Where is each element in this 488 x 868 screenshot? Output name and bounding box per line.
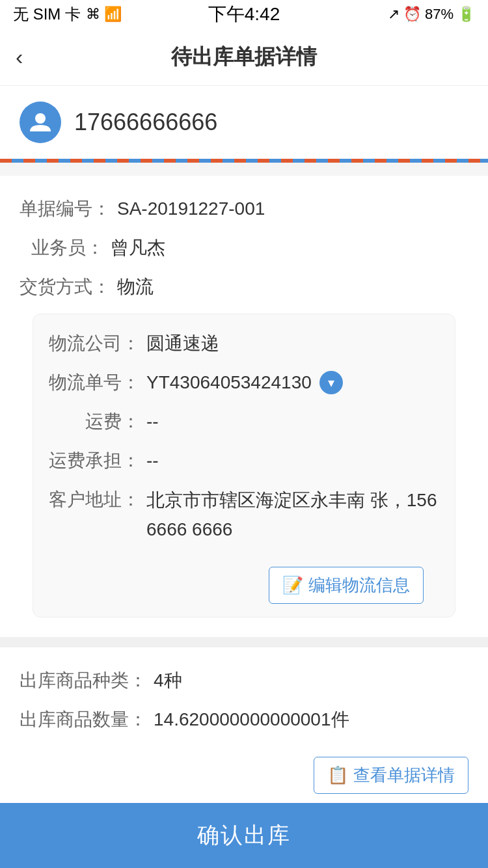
delivery-method-label: 交货方式：	[20, 273, 111, 301]
address-row: 客户地址： 北京市市辖区海淀区永丰南 张，156 6666 6666	[49, 486, 439, 545]
location-marker-icon[interactable]: ▾	[319, 371, 343, 394]
list-icon: 📋	[327, 765, 348, 785]
order-info-section: 单据编号： SA-20191227-001 业务员： 曾凡杰 交货方式： 物流 …	[0, 176, 488, 637]
svg-point-0	[35, 113, 46, 124]
delivery-method-value: 物流	[117, 273, 468, 301]
dashed-divider	[0, 159, 488, 163]
confirm-button[interactable]: 确认出库	[0, 803, 488, 868]
freight-row: 运费： --	[49, 408, 439, 435]
wifi-icon: ⌘ 📶	[86, 6, 122, 23]
logistics-company-row: 物流公司： 圆通速递	[49, 330, 439, 357]
address-label: 客户地址：	[49, 486, 140, 513]
salesperson-value: 曾凡杰	[111, 234, 468, 262]
goods-category-row: 出库商品种类： 4种	[20, 667, 468, 694]
customer-phone: 17666666666	[74, 109, 217, 136]
carrier-label: 无 SIM 卡	[13, 4, 81, 25]
freight-payer-row: 运费承担： --	[49, 447, 439, 474]
freight-payer-label: 运费承担：	[49, 447, 140, 474]
section-separator-1	[0, 637, 488, 647]
battery-icon: 🔋	[457, 6, 475, 23]
logistics-card: 物流公司： 圆通速递 物流单号： YT43064053424130 ▾ 运费： …	[33, 314, 455, 617]
freight-value: --	[146, 408, 439, 435]
edit-icon: 📝	[282, 575, 303, 595]
salesperson-row: 业务员： 曾凡杰	[20, 234, 468, 262]
back-button[interactable]: ‹	[16, 44, 23, 70]
location-icon: ↗	[388, 6, 400, 23]
alarm-icon: ⏰	[403, 6, 421, 23]
goods-category-value: 4种	[154, 667, 468, 694]
status-bar: 无 SIM 卡 ⌘ 📶 下午4:42 ↗ ⏰ 87% 🔋	[0, 0, 488, 29]
nav-bar: ‹ 待出库单据详情	[0, 29, 488, 86]
freight-payer-value: --	[146, 447, 439, 474]
battery-level: 87%	[425, 6, 454, 23]
person-icon	[29, 111, 52, 134]
edit-logistics-button[interactable]: 📝 编辑物流信息	[269, 567, 424, 604]
goods-quantity-label: 出库商品数量：	[20, 706, 147, 733]
confirm-btn-label: 确认出库	[197, 821, 291, 850]
status-left: 无 SIM 卡 ⌘ 📶	[13, 4, 122, 25]
status-right: ↗ ⏰ 87% 🔋	[388, 6, 475, 23]
salesperson-label: 业务员：	[20, 234, 104, 262]
avatar	[20, 102, 61, 143]
view-details-btn-label: 查看单据详情	[353, 764, 455, 787]
order-number-label: 单据编号：	[20, 195, 111, 223]
tracking-no-row: 物流单号： YT43064053424130 ▾	[49, 369, 439, 396]
edit-btn-row: 📝 编辑物流信息	[49, 556, 439, 617]
view-details-button[interactable]: 📋 查看单据详情	[314, 757, 468, 794]
delivery-method-row: 交货方式： 物流	[20, 273, 468, 301]
order-number-value: SA-20191227-001	[117, 195, 468, 223]
goods-quantity-row: 出库商品数量： 14.620000000000001件	[20, 706, 468, 733]
logistics-company-label: 物流公司：	[49, 330, 140, 357]
goods-quantity-value: 14.620000000000001件	[154, 706, 468, 733]
goods-section: 出库商品种类： 4种 出库商品数量： 14.620000000000001件	[0, 647, 488, 746]
edit-btn-label: 编辑物流信息	[308, 574, 410, 597]
tracking-no-value: YT43064053424130 ▾	[146, 369, 439, 396]
tracking-no-label: 物流单号：	[49, 369, 140, 396]
freight-label: 运费：	[49, 408, 140, 435]
address-value: 北京市市辖区海淀区永丰南 张，156 6666 6666	[146, 486, 439, 545]
logistics-company-value: 圆通速递	[146, 330, 439, 357]
goods-category-label: 出库商品种类：	[20, 667, 147, 694]
order-number-row: 单据编号： SA-20191227-001	[20, 195, 468, 223]
status-time: 下午4:42	[208, 2, 280, 27]
page-title: 待出库单据详情	[171, 43, 317, 72]
customer-header: 17666666666	[0, 86, 488, 159]
